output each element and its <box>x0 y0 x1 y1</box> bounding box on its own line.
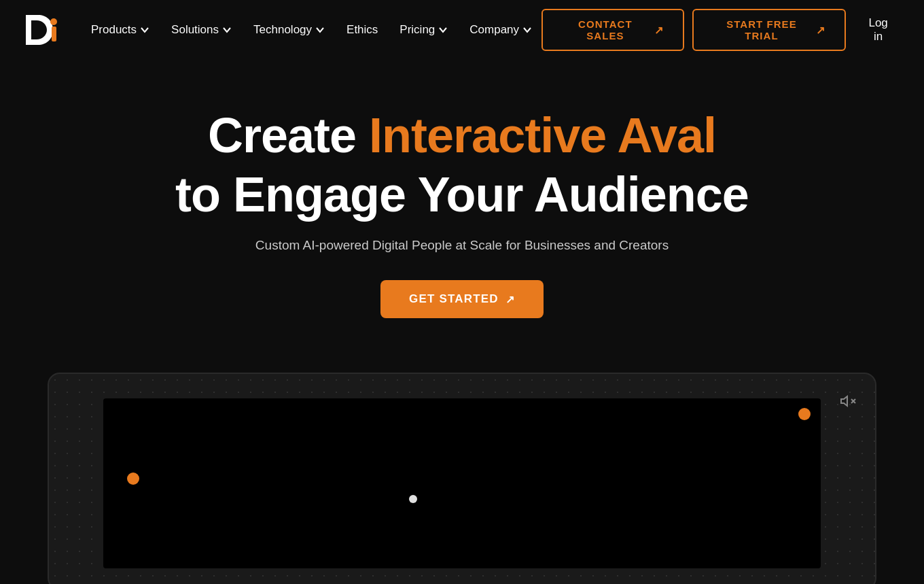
nav-links: Products Solutions Technology Ethics Pri… <box>82 18 541 42</box>
nav-item-company[interactable]: Company <box>460 18 541 42</box>
hero-section: Create Interactive Aval to Engage Your A… <box>0 60 924 345</box>
chevron-down-icon <box>438 25 448 35</box>
nav-item-pricing[interactable]: Pricing <box>390 18 457 42</box>
start-trial-button[interactable]: START FREE TRIAL ↗ <box>692 9 846 51</box>
hero-title-line2: to Engage Your Audience <box>27 168 897 222</box>
hero-highlight: Interactive Ava <box>369 108 703 162</box>
chevron-down-icon <box>522 25 532 35</box>
nav-left: Products Solutions Technology Ethics Pri… <box>22 10 541 50</box>
arrow-diagonal-icon: ↗ <box>505 293 515 306</box>
nav-item-ethics[interactable]: Ethics <box>337 18 387 42</box>
nav-item-technology[interactable]: Technology <box>244 18 334 42</box>
chevron-down-icon <box>315 25 325 35</box>
logo[interactable] <box>22 10 63 50</box>
arrow-icon: ↗ <box>816 24 825 37</box>
nav-right: CONTACT SALES ↗ START FREE TRIAL ↗ Log i… <box>541 9 902 51</box>
video-screen <box>103 398 821 568</box>
svg-rect-1 <box>52 27 56 41</box>
navbar: Products Solutions Technology Ethics Pri… <box>0 0 924 60</box>
chevron-down-icon <box>222 25 232 35</box>
nav-item-products[interactable]: Products <box>82 18 159 42</box>
arrow-icon: ↗ <box>654 24 664 37</box>
hero-title-line1: Create Interactive Aval <box>27 109 897 162</box>
contact-sales-button[interactable]: CONTACT SALES ↗ <box>541 9 684 51</box>
get-started-button[interactable]: GET STARTED ↗ <box>380 280 544 318</box>
nav-item-solutions[interactable]: Solutions <box>162 18 241 42</box>
chevron-down-icon <box>140 25 149 35</box>
svg-point-0 <box>50 18 57 25</box>
hero-subtitle: Custom AI-powered Digital People at Scal… <box>27 238 897 253</box>
video-frame <box>48 373 876 584</box>
volume-icon[interactable] <box>840 393 856 413</box>
video-section <box>48 373 876 584</box>
svg-marker-2 <box>841 396 847 406</box>
login-button[interactable]: Log in <box>854 11 902 49</box>
